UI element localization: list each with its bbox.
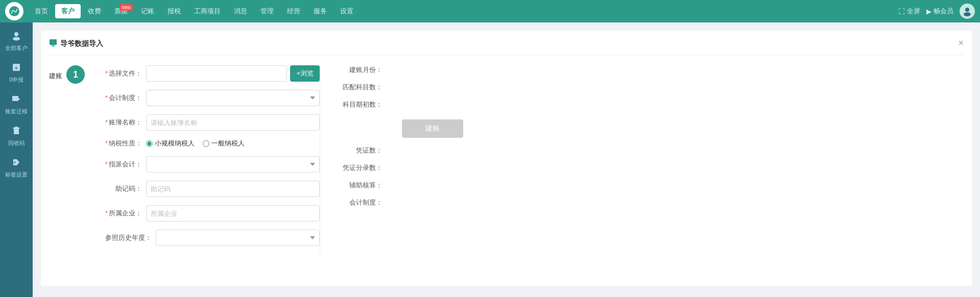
tax-small-radio[interactable]	[146, 140, 153, 147]
sidebar-item-recycle[interactable]: 回收站	[0, 121, 33, 151]
avatar[interactable]	[960, 4, 975, 19]
member-btn[interactable]: ▶ 畅会员	[926, 7, 953, 16]
nav-item-tax[interactable]: 报税	[161, 4, 187, 18]
nav-item-client[interactable]: 客户	[55, 4, 81, 18]
nav-item-service[interactable]: 服务	[307, 4, 333, 18]
nav-item-settings[interactable]: 设置	[334, 4, 360, 18]
declare-icon: 0	[11, 62, 21, 75]
sidebar-label-migrate: 账套迁移	[5, 108, 28, 115]
tax-type-row: *纳税性质： 小规模纳税人 一般纳税人	[105, 139, 320, 148]
close-button[interactable]: ×	[958, 38, 964, 48]
account-name-label: *账簿名称：	[105, 118, 146, 127]
memo-code-input[interactable]	[146, 181, 320, 197]
play-icon: ▶	[926, 8, 931, 15]
svg-point-3	[14, 32, 18, 36]
nav-item-home[interactable]: 首页	[29, 4, 54, 18]
sidebar-item-all-clients[interactable]: 全部客户	[0, 27, 33, 56]
sidebar-item-zero-declare[interactable]: 0 0申报	[0, 58, 33, 88]
nav-item-operation[interactable]: 经营	[281, 4, 306, 18]
svg-rect-9	[13, 128, 20, 129]
sidebar-label-all-clients: 全部客户	[5, 44, 28, 52]
company-input[interactable]	[146, 205, 320, 221]
account-name-input[interactable]	[146, 114, 320, 131]
company-label: *所属企业：	[105, 209, 146, 218]
tax-type-label: *纳税性质：	[105, 139, 146, 148]
accountant-label: *指派会计：	[105, 160, 146, 169]
nav-item-fee[interactable]: 收费	[82, 4, 107, 18]
new-badge: new	[119, 4, 133, 11]
sidebar-item-tag[interactable]: 标签设置	[0, 153, 33, 183]
logo	[5, 2, 23, 20]
build-month-label: 建账月份：	[341, 65, 387, 75]
nav-item-business[interactable]: 工商项目	[188, 4, 227, 18]
step-badge: 1	[66, 65, 85, 84]
form-container: 建账 1 *选择文件： +浏览	[49, 65, 964, 254]
tax-general-label[interactable]: 一般纳税人	[203, 139, 245, 148]
main-panel: 导爷数据导入 × 建账 1	[41, 31, 972, 286]
panel-title: 导爷数据导入	[60, 39, 103, 48]
accounting-system-label: *会计制度：	[105, 93, 146, 103]
import-icon	[49, 39, 57, 48]
right-accounting-system-label: 会计制度：	[341, 198, 387, 207]
memo-code-row: 助记码：	[105, 181, 320, 197]
nav-item-accounting[interactable]: 记账	[135, 4, 160, 18]
svg-point-1	[965, 8, 969, 12]
subject-initial-row: 科目期初数：	[341, 100, 524, 109]
accounting-system-row: *会计制度：	[105, 90, 320, 106]
accounting-system-select[interactable]	[146, 90, 320, 106]
build-month-row: 建账月份：	[341, 65, 524, 75]
panel-header: 导爷数据导入	[49, 39, 964, 55]
voucher-entries-row: 凭证分录数：	[341, 163, 524, 172]
top-nav: 首页 客户 收费 票据new 记账 报税 工商项目 消息 管理 经营 服务 设置…	[0, 0, 980, 22]
svg-point-11	[14, 162, 16, 163]
svg-rect-8	[14, 129, 19, 134]
file-text-input[interactable]	[146, 65, 287, 82]
svg-text:0: 0	[15, 66, 18, 70]
accountant-select[interactable]	[146, 156, 320, 172]
accountant-row: *指派会计：	[105, 156, 320, 172]
ref-year-row: 参照历史年度：	[105, 230, 320, 246]
ref-year-select[interactable]	[156, 230, 320, 246]
svg-rect-12	[50, 39, 57, 45]
tax-type-radio-group: 小规模纳税人 一般纳税人	[146, 139, 320, 148]
nav-right: ⛶ 全屏 ▶ 畅会员	[898, 4, 975, 19]
step-name: 建账	[49, 71, 62, 81]
select-file-row: *选择文件： +浏览	[105, 65, 320, 82]
fullscreen-btn[interactable]: ⛶ 全屏	[898, 7, 920, 16]
company-row: *所属企业：	[105, 205, 320, 221]
subject-initial-label: 科目期初数：	[341, 100, 387, 109]
svg-point-4	[13, 37, 20, 41]
tax-small-label[interactable]: 小规模纳税人	[146, 139, 195, 148]
match-subjects-row: 匹配科目数：	[341, 83, 524, 92]
tax-general-radio[interactable]	[203, 140, 209, 147]
auxiliary-row: 辅助核算：	[341, 181, 524, 190]
step-indicator: 建账 1	[49, 65, 85, 254]
form-fields: *选择文件： +浏览 *会计制度：	[105, 65, 320, 254]
nav-item-invoice[interactable]: 票据new	[108, 4, 134, 18]
voucher-entries-label: 凭证分录数：	[341, 163, 387, 172]
select-file-label: *选择文件：	[105, 69, 146, 78]
sidebar-label-declare: 0申报	[9, 76, 23, 84]
nav-item-manage[interactable]: 管理	[254, 4, 280, 18]
nav-items: 首页 客户 收费 票据new 记账 报税 工商项目 消息 管理 经营 服务 设置	[29, 4, 898, 18]
fullscreen-icon: ⛶	[898, 8, 905, 15]
auxiliary-label: 辅助核算：	[341, 181, 387, 190]
content-area: 导爷数据导入 × 建账 1	[33, 22, 980, 297]
file-input-group: +浏览	[146, 65, 320, 82]
ref-year-label: 参照历史年度：	[105, 233, 156, 242]
sidebar-label-tag: 标签设置	[5, 171, 28, 179]
build-button[interactable]: 建账	[402, 119, 463, 138]
all-clients-icon	[11, 31, 21, 43]
recycle-icon	[11, 126, 21, 138]
sidebar-item-migrate[interactable]: 账套迁移	[0, 90, 33, 119]
svg-rect-10	[15, 127, 18, 128]
nav-item-message[interactable]: 消息	[228, 4, 253, 18]
browse-button[interactable]: +浏览	[290, 65, 320, 82]
build-btn-wrap: 建账	[341, 119, 524, 138]
sidebar: 全部客户 0 0申报 账套迁移	[0, 22, 33, 297]
match-subjects-label: 匹配科目数：	[341, 83, 387, 92]
sidebar-label-recycle: 回收站	[8, 139, 25, 147]
form-right-panel: 建账月份： 匹配科目数： 科目期初数： 建账	[320, 65, 524, 254]
voucher-count-label: 凭证数：	[341, 146, 387, 155]
main-layout: 全部客户 0 0申报 账套迁移	[0, 22, 980, 297]
